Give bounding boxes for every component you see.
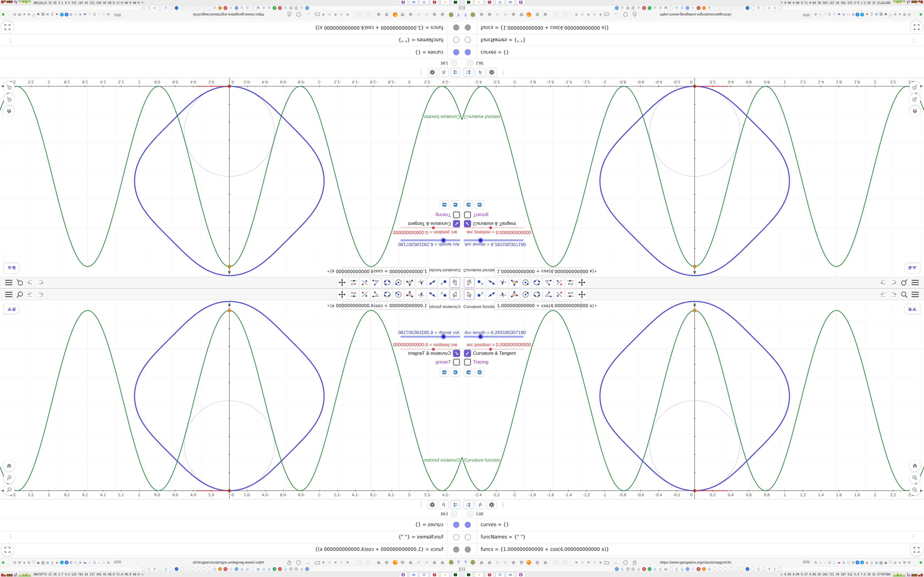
- collapse-button[interactable]: −: [451, 60, 457, 65]
- row-more-icon[interactable]: ⋮: [8, 38, 13, 44]
- headset-icon[interactable]: ∩: [423, 559, 430, 566]
- mask-purple-icon[interactable]: ◉: [399, 572, 407, 577]
- shield-icon[interactable]: [296, 11, 302, 18]
- algebra-row-funcnames[interactable]: funcNames = {" "} ⋮: [462, 531, 924, 543]
- taskbar[interactable]: ▣●⚙🖵64◉ 0.06 0.00 0.17 0.89 20 263 721 3…: [0, 572, 462, 577]
- bookmark-favicon-check-green[interactable]: ✓: [648, 567, 651, 571]
- bookmark-favicon-g-multi[interactable]: G: [653, 567, 657, 571]
- bookmark-favicon-g-multi[interactable]: G: [658, 6, 662, 10]
- tool-slider[interactable]: a=2: [348, 289, 359, 300]
- trash-icon[interactable]: ▯: [869, 559, 874, 566]
- bookmark-favicon-yandex-red[interactable]: R: [278, 567, 282, 571]
- gear-icon[interactable]: ⚙: [69, 11, 73, 18]
- bookmark-favicon-wiki-w[interactable]: W: [256, 6, 260, 10]
- bookmark-favicon-gear[interactable]: ⚙: [153, 6, 157, 10]
- bookmark-favicon-dot-blue[interactable]: [234, 567, 238, 571]
- curvature-tangent-checkbox[interactable]: ✓: [464, 220, 471, 227]
- bookmark-favicon-f-red[interactable]: f: [773, 567, 777, 571]
- tool-slider[interactable]: a=2: [348, 277, 359, 288]
- bookmark-favicon-ring[interactable]: [751, 6, 755, 10]
- tool-slider[interactable]: a=2: [565, 289, 576, 300]
- tool-circle-center-point[interactable]: [520, 277, 531, 288]
- record-icon[interactable]: ●: [865, 11, 869, 18]
- bookmark-favicon-ring[interactable]: [762, 6, 766, 10]
- tool-move-graphics-view[interactable]: [577, 289, 587, 300]
- menu-icon[interactable]: [911, 290, 919, 299]
- algebra-row-funcs[interactable]: funcs = {1.000000000000 + cos(4.00000000…: [462, 21, 924, 34]
- algebra-row-funcs[interactable]: funcs = {1.000000000000 + cos(4.00000000…: [462, 543, 924, 556]
- arc-position-slider[interactable]: [464, 227, 523, 228]
- extension-dot-icon[interactable]: [322, 561, 325, 564]
- bookmark-favicon-f-red[interactable]: f: [147, 6, 151, 10]
- reload-icon[interactable]: C: [827, 11, 832, 18]
- browser-address-bar[interactable]: Y⊕⊕∩∩⊕⚒⚙⊕← https://www.geogebra.org/clas…: [462, 558, 924, 567]
- translate-icon[interactable]: A: [842, 559, 846, 566]
- pill-icon[interactable]: ⬭: [73, 11, 78, 18]
- bookmark-favicon-ring[interactable]: [142, 6, 146, 10]
- arc-position-slider-knob[interactable]: [432, 348, 435, 351]
- home-button[interactable]: [909, 106, 921, 117]
- bookmark-favicon-ring[interactable]: [762, 567, 766, 571]
- arc-length-slider-knob[interactable]: [478, 334, 483, 340]
- extension-dot-icon[interactable]: [593, 561, 596, 564]
- bookmark-favicon-ring[interactable]: [729, 6, 733, 10]
- zoom-in-button[interactable]: [909, 94, 921, 105]
- bookmark-favicon-info[interactable]: i: [229, 567, 233, 571]
- add-icon[interactable]: +: [65, 561, 68, 564]
- wrench-icon[interactable]: ⚒: [17, 11, 22, 18]
- bookmark-favicon-ring[interactable]: [202, 6, 206, 10]
- bookmark-favicon-g-multi[interactable]: G: [267, 6, 271, 10]
- forward-arrow-icon[interactable]: →: [823, 559, 827, 566]
- fullscreen-button[interactable]: [910, 21, 923, 34]
- firefox-icon[interactable]: [527, 560, 531, 565]
- floppy64-icon[interactable]: 64: [506, 0, 515, 5]
- tool-move[interactable]: [450, 277, 460, 288]
- globe-icon[interactable]: ⊕: [486, 559, 493, 566]
- bookmark-favicon-g-multi[interactable]: G: [756, 567, 760, 571]
- globe-icon[interactable]: ⊕: [542, 559, 548, 566]
- globe-icon[interactable]: ⊕: [542, 11, 548, 18]
- translate-icon[interactable]: A: [842, 11, 846, 18]
- record-icon[interactable]: ●: [55, 11, 59, 18]
- globe-icon[interactable]: ⊕: [376, 559, 382, 566]
- reader-icon[interactable]: A: [813, 11, 818, 18]
- bookmark-favicon-yandex-red[interactable]: R: [642, 567, 646, 571]
- fx-icon[interactable]: fx: [439, 500, 449, 509]
- bookmark-favicon-dot[interactable]: [289, 6, 293, 10]
- bookmark-favicon-g-multi[interactable]: G: [245, 6, 249, 10]
- headset-icon[interactable]: ∩: [415, 11, 422, 18]
- bookmark-favicon-g-multi[interactable]: G: [267, 567, 271, 571]
- globe-icon[interactable]: ⊕: [27, 559, 31, 566]
- zoom-out-button[interactable]: [3, 484, 15, 495]
- bookmark-favicon-g-multi[interactable]: G: [284, 567, 288, 571]
- home-button[interactable]: [909, 460, 921, 471]
- bookmark-favicon-ring[interactable]: [735, 6, 739, 10]
- bookmark-favicon-g-multi[interactable]: G: [680, 567, 684, 571]
- floppy64-icon[interactable]: 64: [409, 572, 418, 577]
- badge-icon[interactable]: ◙: [36, 11, 40, 18]
- visibility-marble[interactable]: [453, 49, 459, 55]
- undo-button[interactable]: [880, 290, 887, 299]
- algebra-style-icon[interactable]: [451, 500, 460, 509]
- mask-purple-icon[interactable]: ◉: [399, 0, 407, 5]
- row-more-icon[interactable]: ⋮: [911, 38, 916, 44]
- extension-dot-icon[interactable]: [334, 561, 337, 564]
- bookmark-favicon-ring[interactable]: [713, 6, 717, 10]
- globe-color-icon[interactable]: ⊕: [45, 559, 50, 566]
- arc-length-slider-knob[interactable]: [441, 334, 446, 340]
- bookmark-favicon-ring[interactable]: [207, 567, 211, 571]
- bookmark-favicon-ring[interactable]: [207, 6, 211, 10]
- globe-icon[interactable]: ⊕: [478, 559, 485, 566]
- algebra-row-funcnames[interactable]: funcNames = {" "} ⋮: [462, 34, 924, 46]
- settings-red-icon[interactable]: ⚙: [430, 0, 439, 5]
- lock-icon[interactable]: [286, 559, 292, 566]
- bookmark-favicon-g-multi[interactable]: G: [300, 567, 304, 571]
- tool-point[interactable]: A: [475, 277, 486, 288]
- visibility-marble[interactable]: [453, 24, 459, 31]
- bookmark-favicon-g-multi[interactable]: G: [708, 6, 711, 10]
- settings-gear-icon[interactable]: [427, 68, 437, 77]
- algebra-style-icon[interactable]: [451, 68, 460, 77]
- bookmark-favicon-ring[interactable]: [740, 567, 744, 571]
- search-icon[interactable]: [16, 290, 24, 299]
- bookmark-favicon-ring[interactable]: [185, 567, 189, 571]
